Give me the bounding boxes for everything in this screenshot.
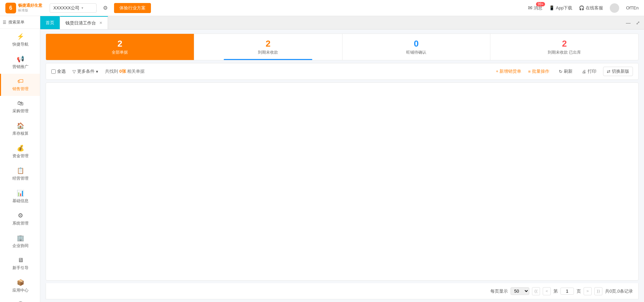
table-area: [46, 82, 639, 281]
message-action[interactable]: ✉ 消息 99+: [528, 5, 542, 11]
settings-icon[interactable]: ⚙: [101, 3, 110, 13]
stat-card-all[interactable]: 2 全部单据: [46, 34, 194, 60]
page-number-input[interactable]: [560, 288, 574, 295]
stat-card-wangpu[interactable]: 0 旺铺待确认: [342, 34, 491, 60]
tab-close-icon[interactable]: ✕: [99, 21, 102, 25]
sidebar-item-label: 快捷导航: [12, 42, 29, 47]
filter-label: 更多条件: [77, 68, 95, 74]
tab-bar: 首页 钱货日清工作台 ✕ — ⤢: [40, 16, 644, 29]
stats-row: 2 全部单据 2 到期未收款 0 旺铺待确认 2 到期未收款 已出库: [46, 34, 639, 60]
online-service-action[interactable]: 🎧 在线客服: [579, 5, 603, 11]
page-prev-button[interactable]: ＜: [543, 287, 551, 295]
sales-icon: 🏷: [17, 78, 23, 85]
sidebar-item-label: 经营管理: [12, 176, 29, 181]
operations-icon: 📋: [17, 167, 24, 174]
sidebar-item-label: 新手引导: [12, 265, 29, 271]
pagination: 每页显示 50 20 100 ⟨⟨ ＜ 第 页 ＞ ⟩⟩ 共0页,0条记录: [46, 283, 639, 299]
toolbar: 全选 ▽ 更多条件 ▾ 共找到 0张 相关单据 + 新增销货单 ≡ 批量操作 ↻…: [46, 63, 639, 80]
online-service-label: 在线客服: [586, 5, 603, 11]
company-selector[interactable]: XXXXXX公司 ▾: [50, 3, 97, 13]
sidebar-item-system[interactable]: ⚙ 系统管理: [0, 208, 40, 230]
stat-label-wangpu: 旺铺待确认: [349, 50, 484, 55]
sidebar-item-inventory[interactable]: 🏠 库存核算: [0, 118, 40, 140]
stat-label-all: 全部单据: [53, 50, 187, 55]
tab-home[interactable]: 首页: [40, 16, 60, 29]
logo-area: 6 畅捷通好生意 标准版: [5, 3, 46, 13]
system-icon: ⚙: [18, 212, 23, 219]
sidebar-item-quick-nav[interactable]: ⚡ 快捷导航: [0, 29, 40, 51]
sidebar-item-enterprise[interactable]: 🏢 企业协同: [0, 230, 40, 253]
found-count: 0张: [119, 69, 126, 74]
main-content: 2 全部单据 2 到期未收款 0 旺铺待确认 2 到期未收款 已出库 全选 ▽ …: [40, 29, 644, 302]
sidebar-search[interactable]: ☰ 搜索菜单: [0, 16, 40, 29]
refresh-icon: ↻: [559, 69, 562, 74]
sidebar-item-label: 基础信息: [12, 198, 29, 204]
user-avatar-area[interactable]: [610, 3, 619, 13]
purchase-icon: 🛍: [17, 100, 23, 107]
enterprise-icon: 🏢: [17, 234, 24, 242]
finance-icon: 💰: [17, 144, 24, 152]
toolbar-right: + 新增销货单 ≡ 批量操作 ↻ 刷新 🖨 打印 ⇄ 切换新版: [496, 67, 633, 76]
header-right: ✉ 消息 99+ 📱 App下载 🎧 在线客服 OfTEn: [528, 3, 639, 13]
stat-underline: [224, 59, 312, 60]
app-title: 畅捷通好生意: [18, 3, 42, 8]
sidebar-item-label: 系统管理: [12, 221, 29, 226]
experience-button[interactable]: 体验行业方案: [114, 3, 151, 13]
company-name: XXXXXX公司: [53, 5, 79, 11]
sidebar-item-basic-info[interactable]: 📊 基础信息: [0, 185, 40, 208]
page-size-label: 每页显示: [490, 288, 508, 294]
message-icon: ✉: [528, 5, 532, 11]
page-size-select[interactable]: 50 20 100: [511, 287, 529, 295]
avatar: [610, 3, 619, 13]
sidebar-item-guide[interactable]: 🖥 新手引导: [0, 253, 40, 275]
sidebar-item-label: 应用中心: [12, 288, 29, 293]
stat-card-overdue-unpaid[interactable]: 2 到期未收款: [194, 34, 342, 60]
sidebar-item-purchase[interactable]: 🛍 采购管理: [0, 96, 40, 118]
tab-active[interactable]: 钱货日清工作台 ✕: [60, 16, 108, 29]
sidebar: ☰ 搜索菜单 ⚡ 快捷导航 📢 营销推广 🏷 销售管理 🛍 采购管理 🏠 库存核…: [0, 16, 40, 302]
select-all-checkbox[interactable]: 全选: [51, 68, 66, 74]
stat-card-overdue-unship[interactable]: 2 到期未收款 已出库: [490, 34, 638, 60]
filter-icon: ▽: [72, 69, 76, 74]
app-download-action[interactable]: 📱 App下载: [549, 5, 572, 11]
tab-minimize-icon[interactable]: —: [625, 19, 632, 26]
sidebar-item-finance[interactable]: 💰 资金管理: [0, 140, 40, 163]
app-center-icon: 📦: [17, 279, 24, 286]
print-label: 打印: [588, 68, 596, 74]
page-first-button[interactable]: ⟨⟨: [532, 287, 540, 295]
refresh-button[interactable]: ↻ 刷新: [556, 67, 575, 76]
logo-text: 畅捷通好生意 标准版: [18, 3, 42, 12]
sidebar-item-operations[interactable]: 📋 经营管理: [0, 163, 40, 185]
select-all-label: 全选: [57, 68, 66, 74]
chevron-down-icon: ▾: [82, 6, 83, 10]
switch-label: 切换新版: [612, 68, 629, 74]
new-sale-order-button[interactable]: + 新增销货单: [496, 68, 521, 74]
print-button[interactable]: 🖨 打印: [579, 67, 599, 76]
sidebar-item-label: 企业协同: [12, 243, 29, 249]
filter-button[interactable]: ▽ 更多条件 ▾: [70, 67, 101, 76]
batch-operation-button[interactable]: ≡ 批量操作: [525, 67, 552, 76]
app-download-icon: 📱: [549, 5, 554, 10]
guide-icon: 🖥: [17, 257, 23, 264]
sidebar-item-app-center[interactable]: 📦 应用中心: [0, 275, 40, 297]
page-next-button[interactable]: ＞: [584, 287, 592, 295]
tab-expand-icon[interactable]: ⤢: [635, 19, 641, 26]
sidebar-search-label: 搜索菜单: [8, 19, 24, 25]
switch-version-button[interactable]: ⇄ 切换新版: [603, 67, 633, 76]
sidebar-item-sales[interactable]: 🏷 销售管理: [0, 74, 40, 96]
sidebar-item-marketing[interactable]: 📢 营销推广: [0, 51, 40, 74]
app-logo-icon: 6: [5, 3, 16, 13]
quick-nav-icon: ⚡: [17, 33, 24, 40]
print-icon: 🖨: [582, 69, 586, 74]
tab-controls: — ⤢: [625, 16, 644, 29]
switch-icon: ⇄: [607, 69, 610, 74]
sidebar-item-wechat[interactable]: 💬 企业微信: [0, 297, 40, 302]
found-text: 共找到 0张 相关单据: [105, 68, 145, 74]
checkbox-input[interactable]: [51, 69, 56, 74]
marketing-icon: 📢: [17, 55, 24, 63]
sidebar-item-label: 库存核算: [12, 131, 29, 136]
sidebar-item-label: 采购管理: [12, 108, 29, 114]
basic-info-icon: 📊: [17, 189, 24, 197]
page-of: 页: [577, 288, 581, 294]
page-last-button[interactable]: ⟩⟩: [594, 287, 602, 295]
